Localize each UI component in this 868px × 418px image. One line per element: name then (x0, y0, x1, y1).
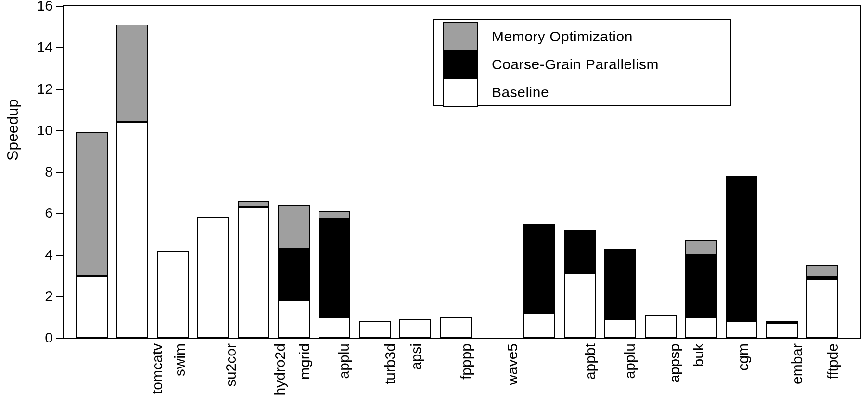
axis-bottom-line (63, 338, 861, 339)
y-tick (56, 213, 63, 214)
bar-segment-mem (766, 321, 798, 323)
y-tick (56, 296, 63, 297)
x-category-label: su2cor (223, 343, 239, 387)
bar-segment-mem (278, 205, 310, 249)
bar-segment-baseline (399, 319, 431, 338)
y-tick (56, 172, 63, 173)
x-category-label: mgrid (296, 343, 313, 380)
bar-segment-coarse (604, 249, 636, 319)
bar-segment-mem (238, 201, 269, 207)
y-axis-label: Speedup (4, 99, 22, 161)
legend-label-mem: Memory Optimization (492, 28, 633, 45)
legend-row-coarse: Coarse-Grain Parallelism (434, 50, 730, 79)
bar-segment-mem (116, 25, 148, 122)
x-category-label: turb3d (382, 343, 398, 384)
bar-segment-coarse (564, 230, 596, 274)
x-category-label: wave5 (504, 343, 521, 385)
y-tick-label: 12 (24, 81, 53, 97)
x-category-label: buk (690, 343, 707, 367)
bar-segment-coarse (278, 249, 310, 301)
y-tick (56, 338, 63, 339)
bar-segment-baseline (564, 273, 596, 338)
bar-segment-baseline (766, 323, 798, 338)
bar-segment-baseline (76, 276, 108, 338)
x-category-label: appsp (666, 343, 683, 383)
x-category-label: embar (789, 343, 805, 384)
x-category-label: applu (622, 343, 638, 379)
y-tick-label: 8 (24, 164, 53, 180)
bar-segment-baseline (197, 217, 229, 338)
bar-segment-baseline (238, 207, 269, 338)
bar-segment-mem (685, 240, 717, 254)
y-tick-label: 14 (24, 39, 53, 55)
x-category-label: fftpde (825, 343, 841, 380)
bar-segment-mem (806, 265, 838, 277)
legend-swatch-mem (443, 22, 478, 51)
bar-segment-baseline (440, 317, 472, 338)
y-tick-label: 6 (24, 205, 53, 221)
bar-segment-baseline (604, 319, 636, 338)
x-category-label: cgm (735, 343, 752, 371)
legend-swatch-baseline (443, 78, 478, 107)
x-category-label: applu (336, 343, 352, 379)
bar-segment-baseline (726, 321, 757, 338)
bar-segment-coarse (523, 226, 555, 313)
y-tick-label: 2 (24, 288, 53, 304)
bar-segment-mem (319, 211, 350, 219)
y-tick-label: 10 (24, 122, 53, 139)
bar-segment-coarse (685, 255, 717, 317)
legend-label-coarse: Coarse-Grain Parallelism (492, 56, 659, 73)
legend-label-baseline: Baseline (492, 84, 549, 101)
bar-segment-baseline (157, 251, 189, 338)
bar-segment-baseline (278, 300, 310, 338)
y-tick (56, 89, 63, 90)
bar-segment-coarse (806, 277, 838, 279)
x-category-label: tomcatv (149, 343, 166, 394)
legend-row-mem: Memory Optimization (434, 22, 730, 51)
bar-segment-mem (76, 132, 108, 276)
y-tick (56, 6, 63, 7)
y-tick (56, 47, 63, 48)
bar-segment-baseline (806, 279, 838, 338)
bar-segment-coarse (319, 219, 350, 317)
x-category-label: swim (172, 343, 188, 376)
x-category-label: apsi (408, 343, 424, 370)
x-category-label: mgrid (865, 343, 868, 380)
y-tick-label: 16 (24, 0, 53, 14)
legend: Memory Optimization Coarse-Grain Paralle… (433, 19, 731, 106)
bar-segment-baseline (523, 313, 555, 338)
bar-segment-baseline (116, 122, 148, 338)
x-category-label: fpppp (458, 343, 474, 380)
legend-row-baseline: Baseline (434, 78, 730, 107)
bar-segment-mem (523, 224, 555, 226)
y-tick (56, 130, 63, 131)
legend-swatch-coarse (443, 50, 478, 79)
bar-segment-baseline (319, 317, 350, 338)
bar-segment-baseline (359, 321, 391, 338)
y-tick-label: 0 (24, 329, 53, 346)
stacked-bar-chart: Speedup 0246810121416 tomcatvswimsu2corh… (0, 0, 868, 418)
y-tick (56, 255, 63, 256)
bar-segment-baseline (685, 317, 717, 338)
bar-segment-coarse (726, 176, 757, 321)
y-tick-label: 4 (24, 247, 53, 263)
x-category-label: hydro2d (272, 343, 288, 395)
bar-segment-baseline (645, 315, 677, 338)
x-category-label: appbt (582, 343, 599, 380)
